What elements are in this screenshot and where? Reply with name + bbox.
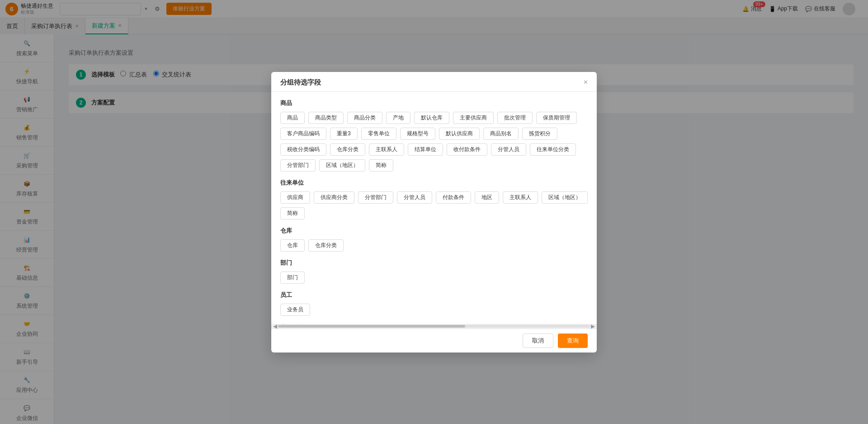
field-tag-goods-14[interactable]: 拣货积分 — [522, 128, 557, 140]
section-title-warehouse: 仓库 — [280, 227, 588, 235]
field-tag-goods-16[interactable]: 仓库分类 — [330, 143, 365, 156]
field-tags-warehouse: 仓库仓库分类 — [280, 239, 588, 252]
field-tag-partner-3[interactable]: 分管人员 — [397, 191, 432, 204]
field-tags-partner: 供应商供应商分类分管部门分管人员付款条件地区主联系人区域（地区）简称 — [280, 191, 588, 219]
field-tag-partner-4[interactable]: 付款条件 — [436, 191, 471, 204]
field-tag-goods-6[interactable]: 批次管理 — [497, 112, 533, 124]
field-tag-goods-9[interactable]: 重量3 — [330, 128, 358, 140]
field-tag-goods-8[interactable]: 客户商品编码 — [280, 128, 326, 140]
hscroll-track — [278, 325, 590, 328]
section-title-partner: 往来单位 — [280, 179, 588, 187]
field-tag-goods-0[interactable]: 商品 — [280, 112, 305, 124]
field-tags-goods: 商品商品类型商品分类产地默认仓库主要供应商批次管理保质期管理客户商品编码重量3零… — [280, 112, 588, 172]
modal-overlay: 分组待选字段 × 商品商品商品类型商品分类产地默认仓库主要供应商批次管理保质期管… — [0, 0, 868, 424]
field-tag-employee-0[interactable]: 业务员 — [280, 304, 310, 316]
field-tag-goods-5[interactable]: 主要供应商 — [453, 112, 494, 124]
field-tag-warehouse-1[interactable]: 仓库分类 — [308, 239, 344, 252]
field-section-department: 部门部门 — [280, 259, 588, 284]
modal-close-btn[interactable]: × — [584, 78, 588, 86]
modal-confirm-btn[interactable]: 查询 — [558, 333, 588, 348]
field-tag-goods-13[interactable]: 商品别名 — [483, 128, 519, 140]
field-tags-employee: 业务员 — [280, 304, 588, 316]
field-section-goods: 商品商品商品类型商品分类产地默认仓库主要供应商批次管理保质期管理客户商品编码重量… — [280, 99, 588, 172]
field-tags-department: 部门 — [280, 272, 588, 284]
section-title-department: 部门 — [280, 259, 588, 267]
field-tag-goods-7[interactable]: 保质期管理 — [536, 112, 577, 124]
field-tag-goods-19[interactable]: 收付款条件 — [447, 143, 487, 156]
modal-body[interactable]: 商品商品商品类型商品分类产地默认仓库主要供应商批次管理保质期管理客户商品编码重量… — [271, 92, 597, 324]
field-tag-department-0[interactable]: 部门 — [280, 272, 305, 284]
field-tag-partner-8[interactable]: 简称 — [280, 207, 305, 219]
field-tag-goods-24[interactable]: 简称 — [369, 159, 393, 172]
field-tag-partner-5[interactable]: 地区 — [475, 191, 499, 204]
modal-cancel-btn[interactable]: 取消 — [523, 333, 553, 348]
field-tag-partner-7[interactable]: 区域（地区） — [542, 191, 588, 204]
modal-dialog: 分组待选字段 × 商品商品商品类型商品分类产地默认仓库主要供应商批次管理保质期管… — [271, 72, 597, 353]
field-section-employee: 员工业务员 — [280, 291, 588, 316]
modal-header: 分组待选字段 × — [271, 72, 597, 92]
field-tag-goods-4[interactable]: 默认仓库 — [414, 112, 449, 124]
section-title-goods: 商品 — [280, 99, 588, 107]
field-tag-goods-2[interactable]: 商品分类 — [347, 112, 382, 124]
hscroll-thumb — [278, 325, 465, 328]
field-tag-partner-2[interactable]: 分管部门 — [358, 191, 393, 204]
field-tag-goods-15[interactable]: 税收分类编码 — [280, 143, 326, 156]
field-tag-goods-10[interactable]: 零售单位 — [361, 128, 396, 140]
field-tag-goods-17[interactable]: 主联系人 — [369, 143, 404, 156]
field-section-warehouse: 仓库仓库仓库分类 — [280, 227, 588, 252]
field-tag-goods-1[interactable]: 商品类型 — [308, 112, 344, 124]
field-tag-goods-3[interactable]: 产地 — [386, 112, 410, 124]
field-section-partner: 往来单位供应商供应商分类分管部门分管人员付款条件地区主联系人区域（地区）简称 — [280, 179, 588, 219]
section-title-employee: 员工 — [280, 291, 588, 299]
field-tag-goods-11[interactable]: 规格型号 — [400, 128, 435, 140]
modal-horizontal-scrollbar[interactable]: ◀ ▶ — [271, 324, 597, 329]
field-tag-partner-6[interactable]: 主联系人 — [503, 191, 538, 204]
field-tag-partner-0[interactable]: 供应商 — [280, 191, 310, 204]
field-tag-goods-12[interactable]: 默认供应商 — [439, 128, 480, 140]
field-tag-partner-1[interactable]: 供应商分类 — [314, 191, 354, 204]
field-tag-goods-18[interactable]: 结算单位 — [408, 143, 443, 156]
field-tag-goods-21[interactable]: 往来单位分类 — [530, 143, 576, 156]
modal-title: 分组待选字段 — [280, 78, 321, 87]
field-tag-warehouse-0[interactable]: 仓库 — [280, 239, 305, 252]
field-tag-goods-22[interactable]: 分管部门 — [280, 159, 316, 172]
modal-footer: 取消 查询 — [271, 329, 597, 353]
field-tag-goods-20[interactable]: 分管人员 — [491, 143, 526, 156]
field-tag-goods-23[interactable]: 区域（地区） — [319, 159, 365, 172]
